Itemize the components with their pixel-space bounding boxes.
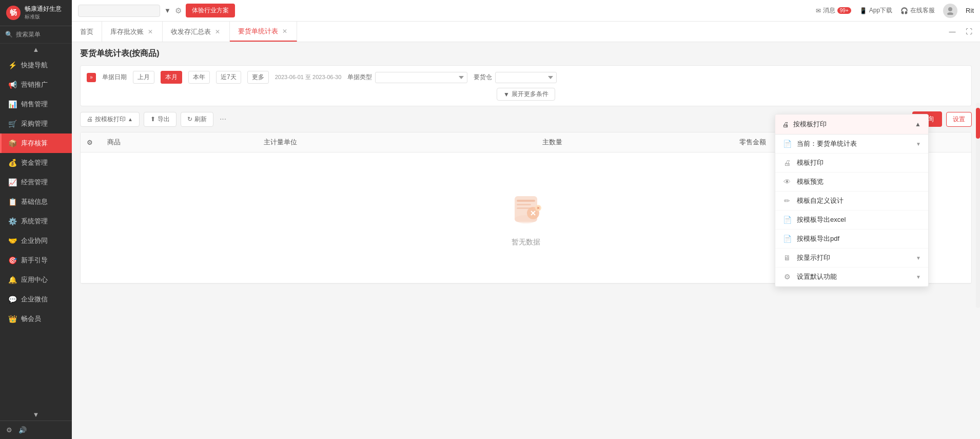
sidebar-item-finance[interactable]: 💰 资金管理 [0, 153, 72, 173]
headset-icon: 🎧 [900, 7, 908, 14]
logo-icon: 畅 [6, 6, 21, 20]
printer-icon: 🖨 [87, 116, 93, 123]
scrollbar-thumb[interactable] [976, 108, 980, 139]
print-dropdown: 🖨 按模板打印 ▲ 📄 当前：要货单统计表 ▼ 🖨 模板打印 👁 模板预览 [775, 114, 929, 287]
sidebar-item-system[interactable]: ⚙️ 系统管理 [0, 212, 72, 231]
print-button[interactable]: 🖨 按模板打印 ▲ [80, 112, 140, 127]
tab-inventory-batch-close[interactable]: ✕ [147, 28, 154, 35]
refresh-button[interactable]: ↻ 刷新 [181, 112, 213, 127]
export-excel-icon: 📄 [782, 216, 792, 224]
app-download-action[interactable]: 📱 App下载 [859, 6, 892, 15]
filter-expand-toggle[interactable]: » [87, 73, 96, 82]
print-dropdown-template-preview[interactable]: 👁 模板预览 [775, 173, 928, 192]
tab-order-stats-close[interactable]: ✕ [281, 28, 288, 35]
sidebar-item-basic[interactable]: 📋 基础信息 [0, 192, 72, 212]
topbar-dropdown[interactable]: ▼ [164, 7, 171, 14]
settings-button[interactable]: 设置 [946, 112, 972, 127]
filter-bar: » 单据日期 上月 本月 本年 近7天 更多 2023-06-01 至 2023… [80, 65, 972, 106]
messages-action[interactable]: ✉ 消息 99+ [816, 6, 851, 15]
tab-bar: 首页 库存批次账 ✕ 收发存汇总表 ✕ 要货单统计表 ✕ — ⛶ [72, 22, 980, 42]
sidebar-item-marketing[interactable]: 📢 营销推广 [0, 75, 72, 94]
settings-bottom-icon[interactable]: ⚙ [6, 426, 12, 434]
export-button[interactable]: ⬆ 导出 [144, 112, 177, 127]
warehouse-filter-select[interactable] [495, 72, 557, 83]
sidebar-scroll-up[interactable]: ▲ [0, 44, 72, 55]
print-dropdown-export-excel[interactable]: 📄 按模板导出excel [775, 211, 928, 230]
date-btn-this-month[interactable]: 本月 [161, 71, 182, 84]
empty-text: 暂无数据 [512, 238, 540, 247]
template-design-icon: ✏ [782, 197, 792, 205]
filter-row: » 单据日期 上月 本月 本年 近7天 更多 2023-06-01 至 2023… [87, 71, 965, 84]
display-print-icon: 🖥 [782, 254, 792, 262]
sidebar-item-enterprise[interactable]: 🤝 企业协同 [0, 231, 72, 251]
logo-text: 畅康通好生意 标准版 [25, 5, 62, 21]
svg-rect-5 [517, 204, 531, 205]
tab-expand-btn[interactable]: ⛶ [962, 25, 976, 39]
export-icon: ⬆ [150, 116, 155, 123]
expand-more-button[interactable]: ▼ 展开更多条件 [497, 88, 555, 101]
print-dropdown-current[interactable]: 📄 当前：要货单统计表 ▼ [775, 135, 928, 154]
tab-receipt-summary-close[interactable]: ✕ [214, 28, 221, 35]
online-service-action[interactable]: 🎧 在线客服 [900, 6, 935, 15]
print-dropdown-template-print[interactable]: 🖨 模板打印 [775, 154, 928, 173]
type-filter-select[interactable] [375, 72, 467, 83]
template-preview-icon: 👁 [782, 178, 792, 186]
system-icon: ⚙️ [8, 217, 17, 225]
tab-inventory-batch[interactable]: 库存批次账 ✕ [102, 22, 163, 42]
sidebar-item-label: 销售管理 [21, 100, 48, 109]
topbar-search-input[interactable] [78, 5, 160, 17]
sidebar-scroll-down[interactable]: ▼ [0, 409, 72, 421]
search-label: 搜索菜单 [16, 30, 41, 39]
sidebar: 畅 畅康通好生意 标准版 🔍 搜索菜单 ▲ ⚡ 快捷导航 📢 营销推广 📊 销售… [0, 0, 72, 439]
tab-home[interactable]: 首页 [72, 22, 102, 42]
tab-order-stats[interactable]: 要货单统计表 ✕ [230, 22, 297, 42]
tab-minimize-btn[interactable]: — [945, 25, 959, 39]
sidebar-item-apps[interactable]: 🔔 应用中心 [0, 270, 72, 290]
trial-button[interactable]: 体验行业方案 [186, 4, 235, 17]
avatar[interactable] [943, 4, 957, 18]
date-btn-last-month[interactable]: 上月 [133, 71, 154, 84]
svg-point-1 [947, 12, 953, 15]
topbar-gear-icon[interactable]: ⚙ [175, 6, 182, 15]
purchase-icon: 🛒 [8, 120, 17, 128]
sidebar-search[interactable]: 🔍 搜索菜单 [0, 26, 72, 44]
sidebar-item-label: 资金管理 [21, 158, 48, 167]
date-btn-7days[interactable]: 近7天 [216, 71, 241, 84]
date-filter-label: 单据日期 [102, 73, 127, 82]
topbar-actions: ✉ 消息 99+ 📱 App下载 🎧 在线客服 Rit [816, 4, 974, 18]
app-name: 畅康通好生意 [25, 5, 62, 13]
right-scrollbar[interactable] [976, 103, 980, 308]
sidebar-item-label: 营销推广 [21, 80, 48, 89]
table-settings-col[interactable]: ⚙ [81, 132, 101, 152]
finance-icon: 💰 [8, 159, 17, 167]
sidebar-item-operations[interactable]: 📈 经营管理 [0, 173, 72, 192]
app-badge: 标准版 [25, 13, 62, 21]
sidebar-item-sales[interactable]: 📊 销售管理 [0, 94, 72, 114]
tab-receipt-summary[interactable]: 收发存汇总表 ✕ [163, 22, 230, 42]
table-col-quantity: 主数量 [536, 132, 733, 152]
table-col-product: 商品 [101, 132, 258, 152]
sidebar-item-guide[interactable]: 🎯 新手引导 [0, 251, 72, 270]
print-dropdown-template-design[interactable]: ✏ 模板自定义设计 [775, 192, 928, 211]
print-header-label: 按模板打印 [793, 120, 827, 129]
print-header-icon: 🖨 [782, 121, 789, 128]
refresh-icon: ↻ [187, 116, 192, 123]
message-icon: ✉ [816, 7, 821, 14]
more-btn[interactable]: ··· [218, 112, 228, 126]
date-btn-this-year[interactable]: 本年 [188, 71, 210, 84]
sound-icon[interactable]: 🔊 [18, 426, 27, 434]
print-dropdown-display-print[interactable]: 🖥 按显示打印 ▼ [775, 249, 928, 268]
date-btn-more[interactable]: 更多 [247, 71, 269, 84]
sidebar-item-wechat[interactable]: 💬 企业微信 [0, 290, 72, 309]
print-dropdown-default-settings[interactable]: ⚙ 设置默认功能 ▼ [775, 268, 928, 287]
sidebar-item-member[interactable]: 👑 畅会员 [0, 309, 72, 329]
print-dropdown-close-icon[interactable]: ▲ [915, 121, 921, 128]
sidebar-item-label: 系统管理 [21, 217, 48, 226]
sidebar-item-inventory[interactable]: 📦 库存核算 [0, 133, 72, 153]
print-dropdown-export-pdf[interactable]: 📄 按模板导出pdf [775, 230, 928, 249]
app-download-icon: 📱 [859, 7, 867, 14]
sidebar-item-quick_nav[interactable]: ⚡ 快捷导航 [0, 55, 72, 75]
display-print-label: 按显示打印 [797, 253, 830, 262]
template-print-icon: 🖨 [782, 159, 792, 167]
sidebar-item-purchase[interactable]: 🛒 采购管理 [0, 114, 72, 133]
